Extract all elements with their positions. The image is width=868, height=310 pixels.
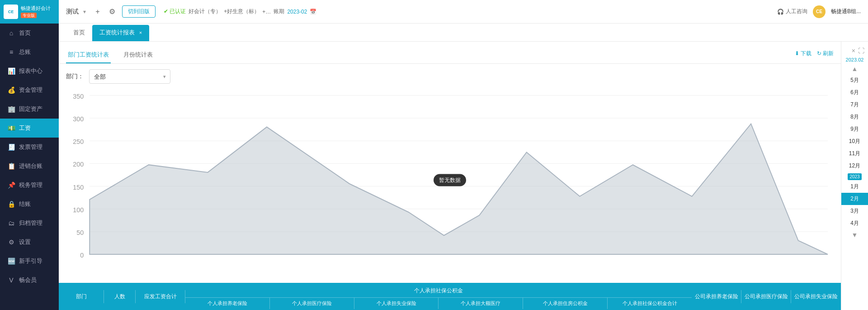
- sidebar-item-salary[interactable]: 💵 工资: [0, 119, 59, 138]
- tab-close-icon[interactable]: ×: [139, 30, 142, 35]
- sidebar-item-home[interactable]: ⌂ 首页: [0, 24, 59, 43]
- month-item-12[interactable]: 12月: [841, 160, 868, 172]
- sidebar-label-member: 畅会员: [19, 276, 37, 284]
- tax-icon: 📌: [7, 181, 15, 189]
- month-item-4[interactable]: 4月: [841, 217, 868, 229]
- sidebar-item-invoice[interactable]: 🧾 发票管理: [0, 138, 59, 157]
- sidebar-item-settings[interactable]: ⚙ 设置: [0, 233, 59, 252]
- refresh-icon: ↻: [817, 50, 821, 57]
- assets-icon: 🏢: [7, 105, 15, 113]
- th-personal-medical: 个人承担医疗保险: [270, 298, 354, 309]
- th-company-unemployment: 公司承担失业保险: [791, 290, 841, 303]
- content-area: 部门工资统计表 月份统计表 ⬇ 下载 ↻ 刷新: [59, 42, 868, 310]
- subtab-dept[interactable]: 部门工资统计表: [66, 47, 111, 63]
- sidebar-item-archive[interactable]: 🗂 归档管理: [0, 214, 59, 233]
- month-item-1[interactable]: 1月: [841, 181, 868, 193]
- th-count: 人数: [104, 290, 136, 303]
- close-account-icon: 🔒: [7, 200, 15, 208]
- dept-filter-select[interactable]: 全部 销售部 财务部 人事部: [89, 69, 170, 84]
- filter-row: 部门： 全部 销售部 财务部 人事部: [59, 64, 841, 89]
- month-item-10[interactable]: 10月: [841, 135, 868, 148]
- sidebar-item-tax[interactable]: 📌 税务管理: [0, 176, 59, 195]
- sidebar-label-settings: 设置: [19, 238, 31, 246]
- ledger-icon: ≡: [7, 48, 15, 56]
- invoice-icon: 🧾: [7, 143, 15, 151]
- svg-text:100: 100: [73, 206, 84, 214]
- th-dept: 部门: [59, 290, 104, 303]
- member-icon: V: [7, 277, 15, 284]
- month-item-5[interactable]: 5月: [841, 74, 868, 86]
- month-item-11[interactable]: 11月: [841, 148, 868, 160]
- service-button[interactable]: 🎧 人工咨询: [777, 8, 807, 15]
- refresh-button[interactable]: ↻ 刷新: [817, 50, 834, 57]
- th-company-medical: 公司承担医疗保险: [741, 290, 791, 303]
- sidebar-label-purchase: 进销台账: [19, 162, 42, 170]
- sidebar-item-member[interactable]: V 畅会员: [0, 271, 59, 290]
- switch-old-version-button[interactable]: 切到旧版: [122, 5, 156, 18]
- svg-text:50: 50: [76, 229, 84, 236]
- table-header: 部门 人数 应发工资合计 个人承担社保公积金 个人承担养老保险 个人承担医疗保险…: [59, 283, 841, 310]
- product-tag-2: +好生意（标）: [224, 8, 259, 15]
- user-avatar: CE: [813, 5, 826, 18]
- sidebar: CE 畅捷通好会计 专业版 ⌂ 首页 ≡ 总账 📊 报表中心 💰 资金管理 🏢 …: [0, 0, 59, 310]
- product-tag-more: +…: [262, 9, 271, 15]
- panel-up-arrow[interactable]: ▲: [852, 63, 858, 74]
- purchase-icon: 📋: [7, 162, 15, 170]
- topbar-right: 🎧 人工咨询 CE 畅捷通B组...: [777, 5, 861, 18]
- sidebar-item-funds[interactable]: 💰 资金管理: [0, 81, 59, 100]
- user-name[interactable]: 畅捷通B组...: [831, 8, 861, 15]
- month-item-9[interactable]: 9月: [841, 123, 868, 135]
- sidebar-label-invoice: 发票管理: [19, 143, 42, 151]
- dropdown-arrow-icon[interactable]: ▾: [83, 9, 86, 15]
- tab-salary-report[interactable]: 工资统计报表 ×: [92, 25, 149, 41]
- company-name: 测试: [66, 8, 79, 16]
- tab-bar: 首页 工资统计报表 ×: [59, 24, 868, 42]
- subtab-month[interactable]: 月份统计表: [122, 47, 155, 63]
- right-panel: × ⛶ 2023.02 ▲ 5月 6月 7月 8月 9月 10月 11月 12月…: [841, 42, 868, 310]
- sidebar-label-reports: 报表中心: [19, 67, 42, 75]
- topbar-quick-actions: + ⚙: [92, 6, 118, 17]
- sidebar-label-ledger: 总账: [19, 48, 31, 56]
- sidebar-item-purchase[interactable]: 📋 进销台账: [0, 157, 59, 176]
- calendar-icon[interactable]: 📅: [310, 9, 316, 15]
- chart-svg: 350 300 250 200 150 100 50 0: [66, 89, 834, 278]
- panel-close-icon[interactable]: ×: [852, 47, 855, 54]
- th-total-salary: 应发工资合计: [136, 290, 185, 303]
- year-2023-badge: 2023: [841, 172, 868, 181]
- svg-text:0: 0: [80, 252, 84, 259]
- topbar: 测试 ▾ + ⚙ 切到旧版 ✔ 已认证 好会计（专） +好生意（标） +… 账期…: [59, 0, 868, 24]
- th-company-pension: 公司承担养老保险: [692, 290, 741, 303]
- sidebar-item-close[interactable]: 🔒 结账: [0, 195, 59, 214]
- month-item-7[interactable]: 7月: [841, 99, 868, 111]
- sidebar-item-reports[interactable]: 📊 报表中心: [0, 62, 59, 81]
- sidebar-label-guide: 新手引导: [19, 257, 42, 265]
- th-personal-cols: 个人承担养老保险 个人承担医疗保险 个人承担失业保险 个人承担大额医疗 个人承担…: [185, 298, 692, 309]
- settings-icon: ⚙: [7, 238, 15, 246]
- add-icon[interactable]: +: [92, 6, 103, 17]
- topbar-tags: ✔ 已认证 好会计（专） +好生意（标） +… 账期 2023-02 📅: [164, 8, 773, 15]
- settings-gear-icon[interactable]: ⚙: [107, 6, 118, 17]
- panel-down-arrow[interactable]: ▼: [852, 229, 858, 240]
- download-button[interactable]: ⬇ 下载: [795, 50, 811, 57]
- month-item-8[interactable]: 8月: [841, 111, 868, 123]
- sidebar-item-guide[interactable]: 🆕 新手引导: [0, 252, 59, 271]
- app-logo: CE 畅捷通好会计 专业版: [0, 0, 59, 24]
- tab-home[interactable]: 首页: [66, 25, 92, 41]
- home-icon: ⌂: [7, 29, 15, 37]
- date-display: 2023.02: [846, 56, 864, 63]
- sidebar-item-assets[interactable]: 🏢 固定资产: [0, 100, 59, 119]
- month-item-6[interactable]: 6月: [841, 86, 868, 99]
- month-item-2[interactable]: 2月: [841, 193, 868, 205]
- sidebar-label-tax: 税务管理: [19, 181, 42, 189]
- certified-tag: ✔ 已认证: [164, 8, 186, 15]
- svg-text:200: 200: [73, 161, 84, 168]
- month-item-3[interactable]: 3月: [841, 205, 868, 217]
- reports-icon: 📊: [7, 67, 15, 75]
- sidebar-item-ledger[interactable]: ≡ 总账: [0, 43, 59, 62]
- th-personal-pension: 个人承担养老保险: [185, 298, 270, 309]
- archive-icon: 🗂: [7, 219, 15, 227]
- chart-container: 350 300 250 200 150 100 50 0: [59, 89, 841, 283]
- product-tag-1: 好会计（专）: [189, 8, 221, 15]
- panel-expand-icon[interactable]: ⛶: [858, 47, 864, 54]
- main-area: 测试 ▾ + ⚙ 切到旧版 ✔ 已认证 好会计（专） +好生意（标） +… 账期…: [59, 0, 868, 310]
